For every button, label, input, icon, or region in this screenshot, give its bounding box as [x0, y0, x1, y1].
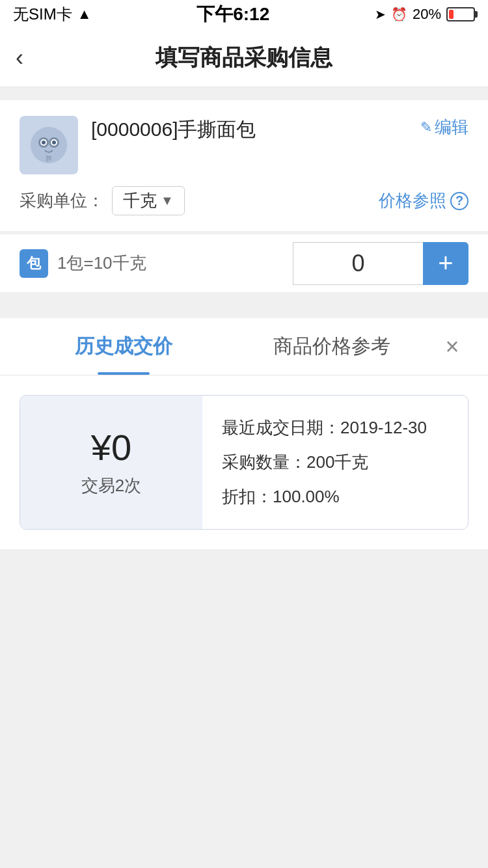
product-name: [0000006]手撕面包 — [91, 116, 256, 143]
qty-controls: 0 + — [293, 242, 468, 285]
status-right: ➤ ⏰ 20% — [375, 6, 475, 23]
tab-active-indicator — [98, 372, 150, 375]
purchase-qty-row: 采购数量：200千克 — [222, 450, 448, 475]
tab-history-label: 历史成交价 — [75, 333, 172, 360]
qty-label-group: 包 1包=10千克 — [20, 249, 146, 278]
tab-price-ref-label: 商品价格参考 — [273, 333, 390, 360]
unit-row: 采购单位： 千克 ▼ — [20, 186, 185, 215]
package-icon: 包 — [20, 249, 48, 278]
purchase-qty-label: 采购数量： — [222, 452, 306, 472]
separator — [0, 292, 488, 305]
discount-label: 折扣： — [222, 487, 273, 506]
purchase-qty-value: 200千克 — [306, 452, 368, 472]
currency-symbol: ¥ — [91, 427, 111, 468]
svg-text:胖: 胖 — [46, 155, 52, 162]
status-left: 无SIM卡 ▲ — [13, 4, 91, 25]
product-header: 胖 [0000006]手撕面包 ✎ 编辑 — [20, 116, 468, 174]
product-card: 胖 [0000006]手撕面包 ✎ 编辑 采购单位： 千克 ▼ 价格参照 ? — [0, 100, 488, 231]
discount-value: 100.00% — [273, 487, 340, 506]
navigation-bar: ‹ 填写商品采购信息 — [0, 29, 488, 87]
edit-button[interactable]: ✎ 编辑 — [420, 116, 468, 139]
unit-chevron-icon: ▼ — [161, 193, 174, 208]
discount-row: 折扣：100.00% — [222, 484, 448, 509]
svg-point-5 — [42, 141, 46, 144]
price-ref-label: 价格参照 — [379, 189, 446, 212]
wifi-icon: ▲ — [77, 6, 92, 23]
tab-history-price[interactable]: 历史成交价 — [20, 318, 228, 375]
quantity-input[interactable]: 0 — [293, 242, 423, 285]
location-icon: ➤ — [375, 7, 386, 22]
carrier-text: 无SIM卡 — [13, 4, 72, 25]
unit-value: 千克 — [123, 189, 157, 212]
quantity-section: 包 1包=10千克 0 + — [0, 234, 488, 292]
history-price-content: ¥0 交易2次 最近成交日期：2019-12-30 采购数量：200千克 折扣：… — [0, 375, 488, 549]
price-ref-help-icon: ? — [450, 192, 468, 210]
recent-date-row: 最近成交日期：2019-12-30 — [222, 415, 448, 441]
price-summary: ¥0 交易2次 — [20, 396, 202, 529]
battery-icon — [446, 7, 475, 21]
unit-label: 采购单位： — [20, 189, 104, 212]
alarm-icon: ⏰ — [391, 7, 407, 22]
price-value: 0 — [111, 427, 131, 468]
quantity-value: 0 — [351, 250, 364, 277]
product-meta-row: 采购单位： 千克 ▼ 价格参照 ? — [20, 186, 468, 215]
recent-date-label: 最近成交日期： — [222, 418, 340, 437]
recent-date-value: 2019-12-30 — [340, 418, 427, 437]
battery-percent: 20% — [413, 6, 441, 23]
tab-header: 历史成交价 商品价格参考 × — [0, 318, 488, 375]
product-info: [0000006]手撕面包 ✎ 编辑 — [91, 116, 468, 143]
unit-select[interactable]: 千克 ▼ — [112, 186, 185, 215]
price-transactions: 交易2次 — [81, 474, 141, 497]
price-card: ¥0 交易2次 最近成交日期：2019-12-30 采购数量：200千克 折扣：… — [20, 395, 468, 530]
quantity-plus-button[interactable]: + — [423, 242, 468, 285]
price-ref-button[interactable]: 价格参照 ? — [379, 189, 468, 212]
tab-close-button[interactable]: × — [436, 331, 468, 363]
product-thumbnail: 胖 — [20, 116, 78, 174]
back-button[interactable]: ‹ — [16, 44, 23, 72]
price-amount: ¥0 — [91, 427, 131, 468]
tab-product-price-ref[interactable]: 商品价格参考 — [228, 318, 436, 375]
package-label: 包 — [27, 254, 41, 273]
package-equation: 1包=10千克 — [57, 252, 146, 275]
status-bar: 无SIM卡 ▲ 下午6:12 ➤ ⏰ 20% — [0, 0, 488, 29]
status-time: 下午6:12 — [197, 2, 269, 27]
price-details: 最近成交日期：2019-12-30 采购数量：200千克 折扣：100.00% — [202, 396, 468, 529]
svg-point-6 — [52, 141, 56, 144]
tab-panel: 历史成交价 商品价格参考 × ¥0 交易2次 最近成交日期：2019-12-30 — [0, 318, 488, 549]
page-title: 填写商品采购信息 — [156, 43, 332, 73]
